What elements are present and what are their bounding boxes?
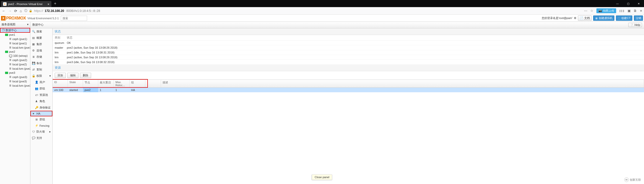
- tree-datacenter[interactable]: ❐ 数据中心: [0, 28, 30, 33]
- key-icon: 🔑: [35, 106, 38, 109]
- col-desc[interactable]: 描述: [161, 80, 644, 87]
- tab-favicon: X: [3, 2, 7, 6]
- create-ct-button[interactable]: ⬚创建CT: [616, 15, 632, 21]
- tree-vm-100[interactable]: 100 (winxp): [0, 54, 30, 58]
- cell-max-restart: 1: [98, 88, 114, 92]
- server-tree-panel: 服务器视图 ▾ ❐ 数据中心 pve1 ≣ceph (pve1) ≣local …: [0, 22, 30, 184]
- col-state[interactable]: State: [68, 80, 83, 87]
- proxmox-logo: XPROXMOX: [1, 16, 26, 21]
- cell-node: pve2: [83, 88, 98, 92]
- tree-storage-ceph-pve3[interactable]: ≣ceph (pve3): [0, 75, 30, 79]
- tree-node-pve2[interactable]: pve2: [0, 50, 30, 54]
- url-bar[interactable]: ⓘ 🔒 https://172.16.100.20:8006/#v1:0:18:…: [24, 9, 581, 13]
- cell-state: started: [68, 88, 83, 92]
- nav-home-icon[interactable]: ⌂: [20, 9, 22, 13]
- menu-replication[interactable]: ⇄复制: [30, 66, 52, 73]
- create-vm-button[interactable]: 🖥创建虚拟机: [593, 15, 614, 21]
- menu-cluster[interactable]: ▦集群: [30, 41, 52, 47]
- storage-icon: ≣: [9, 84, 11, 87]
- menu-auth[interactable]: 🔑身份验证: [30, 104, 52, 111]
- status-row: quorumOK: [53, 41, 644, 45]
- menu-pools[interactable]: 🏷资源池: [30, 92, 52, 98]
- storage-icon: ≣: [9, 58, 11, 62]
- sidebar-icon[interactable]: ▣: [628, 9, 631, 13]
- node-icon: [5, 72, 8, 74]
- tree-storage-local-pve3[interactable]: ≣local (pve3): [0, 79, 30, 83]
- col-group[interactable]: 组: [130, 80, 145, 87]
- nav-reload-icon[interactable]: ⟳: [14, 9, 17, 13]
- menu-summary[interactable]: ▤概要: [30, 35, 52, 41]
- help-button[interactable]: ❔ Help: [628, 23, 642, 27]
- storage-icon: ≣: [9, 80, 11, 83]
- menu-users[interactable]: 👤用户: [30, 79, 52, 85]
- upload-photo-button[interactable]: 📷拍照上传: [596, 8, 616, 13]
- menu-roles[interactable]: ♟角色: [30, 98, 52, 104]
- tree-storage-ceph-pve1[interactable]: ≣ceph (pve1): [0, 37, 30, 41]
- replication-icon: ⇄: [32, 68, 35, 71]
- status-section-title: 状态: [53, 28, 644, 35]
- tree-storage-locallvm-pve3[interactable]: ≣local-lvm (pve3): [0, 83, 30, 88]
- node-icon: [5, 34, 8, 36]
- tree-storage-local-pve2[interactable]: ≣local (pve2): [0, 62, 30, 66]
- book-icon: ▤: [32, 36, 35, 40]
- tree-storage-locallvm-pve2[interactable]: ≣local-lvm (pve2): [0, 66, 30, 71]
- browser-tab[interactable]: X pve2 - Proxmox Virtual Envi ×: [1, 1, 51, 7]
- menu-ha[interactable]: ♥HA: [30, 111, 52, 116]
- role-icon: ♟: [35, 100, 38, 103]
- window-maximize-icon[interactable]: ▢: [623, 0, 633, 7]
- remove-button[interactable]: 删除: [80, 73, 91, 78]
- monitor-icon: 🖥: [595, 17, 598, 20]
- menu-icon[interactable]: ≡: [640, 9, 642, 13]
- tree-node-pve1[interactable]: pve1: [0, 33, 30, 37]
- menu-ha-groups[interactable]: ⊞群组: [30, 116, 52, 123]
- storage-icon: ≣: [9, 46, 11, 49]
- menu-storage[interactable]: ≣存储: [30, 54, 52, 60]
- info-icon[interactable]: ⓘ: [24, 9, 27, 13]
- edit-button[interactable]: 编辑: [67, 73, 78, 78]
- menu-firewall[interactable]: 🛡防火墙▸: [30, 128, 52, 135]
- group-icon: ⊞: [35, 118, 38, 121]
- tree-storage-local-pve1[interactable]: ≣local (pve1): [0, 41, 30, 45]
- watermark-logo-icon: IX: [624, 177, 629, 182]
- menu-fencing[interactable]: ⚡Fencing: [30, 123, 52, 128]
- cube-icon: ⬚: [618, 16, 620, 20]
- tree-storage-locallvm-pve1[interactable]: ≣local-lvm (pve1): [0, 45, 30, 50]
- resources-grid-row[interactable]: vm:100 started pve2 1 1 HA: [53, 88, 644, 92]
- heart-icon: ♥: [32, 112, 35, 115]
- proxmox-header: XPROXMOX Virtual Environment 5.2-1 您的登录名…: [0, 15, 644, 22]
- new-tab-button[interactable]: +: [54, 1, 56, 6]
- chevron-right-icon: ▸: [49, 130, 51, 133]
- breadcrumb: 数据中心 ❔ Help: [30, 22, 644, 28]
- col-id[interactable]: ID: [53, 80, 68, 87]
- gear-icon[interactable]: [574, 16, 576, 20]
- doc-icon[interactable]: 🗎: [634, 9, 637, 13]
- star-icon[interactable]: ☆: [590, 9, 593, 13]
- tree-storage-ceph-pve2[interactable]: ≣ceph (pve2): [0, 58, 30, 62]
- col-max-reloc[interactable]: Max. Reloc...: [114, 80, 130, 87]
- menu-permissions[interactable]: 🔓权限▾: [30, 73, 52, 79]
- tab-close-icon[interactable]: ×: [48, 2, 50, 6]
- menu-options[interactable]: ⚙选项: [30, 47, 52, 54]
- add-button[interactable]: 添加: [55, 73, 66, 78]
- menu-backup[interactable]: 💾备份: [30, 60, 52, 66]
- docs-button[interactable]: 文档: [578, 15, 592, 21]
- global-search-input[interactable]: [61, 16, 87, 21]
- window-minimize-icon[interactable]: —: [612, 0, 623, 7]
- nav-back-icon[interactable]: ←: [2, 9, 6, 13]
- tree-node-pve3[interactable]: pve3: [0, 71, 30, 75]
- status-col-status: 状态: [67, 36, 72, 40]
- menu-groups[interactable]: 👥群组: [30, 85, 52, 92]
- col-node[interactable]: 节点: [83, 80, 98, 87]
- library-icon[interactable]: ⫿⫿⫿: [619, 9, 625, 13]
- logout-button[interactable]: 注销: [634, 15, 643, 21]
- window-close-icon[interactable]: ✕: [633, 0, 644, 7]
- col-max-restart[interactable]: 最大重启: [98, 80, 114, 87]
- tree-view-selector[interactable]: 服务器视图 ▾: [0, 22, 30, 27]
- cell-empty: [145, 88, 161, 92]
- more-icon[interactable]: ⋯: [584, 9, 587, 13]
- tab-title: pve2 - Proxmox Virtual Envi: [8, 3, 43, 6]
- menu-support[interactable]: 💬支持: [30, 135, 52, 141]
- menu-search[interactable]: 🔍搜索: [30, 28, 52, 35]
- nav-forward-icon[interactable]: →: [8, 9, 12, 13]
- window-controls: — ▢ ✕: [612, 0, 644, 7]
